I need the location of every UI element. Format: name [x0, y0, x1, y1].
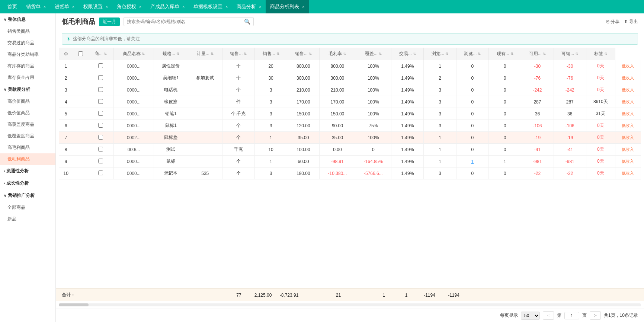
row-checkbox-2[interactable]: [98, 87, 103, 92]
sidebar-item-category-rate[interactable]: 商品分类助销率: [0, 49, 55, 60]
th-gross-pct[interactable]: 毛利率 ⇅: [320, 48, 355, 60]
td-qty: 3: [254, 168, 287, 179]
sidebar-group-beauty[interactable]: ∨ 美款度分析: [0, 83, 55, 96]
nav-sales[interactable]: 销货单 ×: [22, 0, 50, 13]
row-checkbox-7[interactable]: [98, 147, 103, 152]
nav-template-close[interactable]: ×: [225, 4, 228, 9]
sidebar-item-sales-goods[interactable]: 销售类商品: [0, 26, 55, 37]
row-checkbox-5[interactable]: [98, 123, 103, 128]
row-checkbox-6[interactable]: [98, 135, 103, 140]
th-coverage[interactable]: 覆盖... ⇅: [355, 48, 391, 60]
nav-products-close[interactable]: ×: [182, 4, 185, 9]
th-browse2[interactable]: 浏览... ⇅: [456, 48, 488, 60]
row-checkbox-8[interactable]: [98, 159, 103, 163]
td-checkbox[interactable]: [88, 156, 113, 168]
sidebar-group-growth[interactable]: › 成长性分析: [0, 177, 55, 189]
th-qty[interactable]: 销售... ⇅: [222, 48, 254, 60]
td-unit: 个: [222, 156, 254, 168]
td-checkbox[interactable]: [88, 108, 113, 120]
nav-permissions-close[interactable]: ×: [106, 4, 108, 9]
td-code: 0000...: [113, 108, 154, 120]
th-sale-cost[interactable]: 销售... ⇅: [287, 48, 320, 60]
th-spec[interactable]: 规格... ⇅: [154, 48, 188, 60]
table-wrapper[interactable]: ⚙ 商... ⇅ 商品名称 ⇅ 规格... ⇅ 计量... ⇅ 销售... ⇅ …: [56, 48, 644, 288]
search-input[interactable]: [127, 19, 244, 24]
th-saleable[interactable]: 可销... ⇅: [554, 48, 586, 60]
sidebar-item-high-coverage[interactable]: 高覆盖度商品: [0, 119, 55, 130]
th-settings[interactable]: ⚙: [59, 48, 73, 60]
sidebar-item-low-coverage[interactable]: 低覆盖度商品: [0, 130, 55, 142]
sidebar-group-flow[interactable]: › 流通性分析: [0, 165, 55, 177]
export-icon: ⬆: [624, 19, 628, 24]
prev-page-button[interactable]: ＜: [543, 311, 554, 320]
td-checkbox[interactable]: [88, 168, 113, 179]
td-row-no: 8: [59, 144, 73, 156]
th-sale-amt[interactable]: 销售... ⇅: [254, 48, 287, 60]
th-checkbox[interactable]: [73, 48, 88, 60]
sidebar-item-traded-goods[interactable]: 交易过的商品: [0, 37, 55, 49]
nav-purchase-close[interactable]: ×: [72, 4, 74, 9]
horizontal-scrollbar[interactable]: [59, 303, 641, 306]
nav-purchase[interactable]: 进货单 ×: [50, 0, 79, 13]
export-button[interactable]: ⬆ 导出: [624, 19, 638, 25]
nav-analysis[interactable]: 商品分析 ×: [232, 0, 266, 13]
row-checkbox-1[interactable]: [98, 75, 103, 80]
table-row: 6 0000... 鼠标1 个 3 120.00 90.00 75% 1.49%…: [59, 120, 641, 132]
sidebar-group-marketing[interactable]: ∨ 营销推广分析: [0, 189, 55, 202]
nav-products[interactable]: 产成品入库单 ×: [146, 0, 189, 13]
nav-roles[interactable]: 角色授权 ×: [112, 0, 146, 13]
td-row-no: 5: [59, 108, 73, 120]
td-checkbox[interactable]: [88, 96, 113, 108]
footer-spacer1: [83, 293, 97, 298]
th-name[interactable]: 商品名称 ⇅: [113, 48, 154, 60]
nav-analysis-close[interactable]: ×: [259, 4, 261, 9]
share-button[interactable]: ⎘ 分享: [606, 19, 619, 25]
sidebar-item-in-stock[interactable]: 有库存的商品: [0, 60, 55, 72]
select-all-checkbox[interactable]: [78, 51, 83, 56]
th-code[interactable]: 商... ⇅: [88, 48, 113, 60]
th-tag[interactable]: 标签 ⇅: [586, 48, 615, 60]
sidebar-item-capital[interactable]: 库存资金占用: [0, 72, 55, 83]
row-checkbox-9[interactable]: [98, 170, 103, 175]
sidebar-group-overall[interactable]: ∨ 整体信息: [0, 13, 55, 26]
time-filter-button[interactable]: 近一月: [99, 17, 120, 26]
search-icon[interactable]: 🔍: [244, 19, 250, 25]
td-checkbox[interactable]: [88, 60, 113, 72]
td-browse1[interactable]: 1: [456, 156, 488, 168]
nav-analysis-list-close[interactable]: ×: [302, 4, 304, 9]
footer-spacer6: [202, 293, 228, 298]
per-page-select[interactable]: 50 20 100: [521, 312, 540, 320]
sidebar-item-high-value[interactable]: 高价值商品: [0, 96, 55, 107]
th-stock[interactable]: 现有... ⇅: [489, 48, 521, 60]
td-sale-cost: 800.00: [320, 60, 355, 72]
page-number-input[interactable]: [564, 312, 579, 319]
nav-home[interactable]: 首页: [3, 0, 22, 13]
row-checkbox-3[interactable]: [98, 99, 103, 104]
nav-roles-close[interactable]: ×: [139, 4, 141, 9]
td-trade: 3: [424, 108, 456, 120]
next-page-button[interactable]: ＞: [590, 311, 601, 320]
sidebar-item-new-goods[interactable]: 新品: [0, 213, 55, 225]
sidebar-item-low-value[interactable]: 低价值商品: [0, 107, 55, 119]
sidebar-item-low-margin[interactable]: 低毛利商品: [0, 153, 55, 165]
td-checkbox[interactable]: [88, 84, 113, 96]
row-checkbox-0[interactable]: [98, 63, 103, 68]
th-unit[interactable]: 计量... ⇅: [188, 48, 222, 60]
td-checkbox[interactable]: [88, 132, 113, 144]
sidebar-item-high-margin[interactable]: 高毛利商品: [0, 142, 55, 153]
th-browse1[interactable]: 浏览... ⇅: [424, 48, 456, 60]
nav-analysis-list[interactable]: 商品分析列表 ×: [266, 0, 309, 13]
td-checkbox[interactable]: [88, 144, 113, 156]
sidebar-item-all-goods[interactable]: 全部商品: [0, 202, 55, 213]
footer-browse1: 1: [373, 293, 395, 298]
nav-sales-close[interactable]: ×: [44, 4, 46, 9]
th-available[interactable]: 可用... ⇅: [521, 48, 554, 60]
sidebar-group-overall-label: 整体信息: [8, 16, 26, 23]
nav-permissions[interactable]: 权限设置 ×: [79, 0, 112, 13]
td-checkbox[interactable]: [88, 72, 113, 84]
td-trade: 1: [424, 156, 456, 168]
td-checkbox[interactable]: [88, 120, 113, 132]
th-trade[interactable]: 交易... ⇅: [391, 48, 424, 60]
row-checkbox-4[interactable]: [98, 111, 103, 116]
nav-template[interactable]: 单据模板设置 ×: [189, 0, 232, 13]
